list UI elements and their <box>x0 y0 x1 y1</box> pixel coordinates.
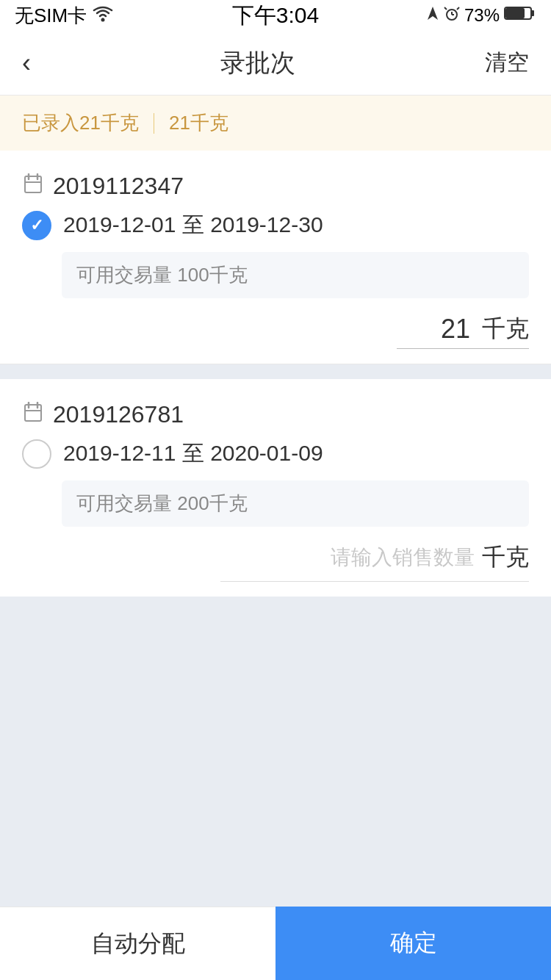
back-button[interactable]: ‹ <box>22 48 31 79</box>
batch-available-2: 可用交易量 200千克 <box>62 480 529 527</box>
batch-number-1: 2019112347 <box>53 173 184 200</box>
batch-date-row-1: 2019-12-01 至 2019-12-30 <box>22 210 529 240</box>
quantity-number-1[interactable]: 21 <box>441 314 470 345</box>
input-underline-row-2 <box>0 581 551 597</box>
alarm-icon <box>444 5 460 26</box>
batch-date-2: 2019-12-11 至 2020-01-09 <box>63 439 323 469</box>
battery-icon <box>504 5 536 26</box>
input-underline-2 <box>220 581 529 582</box>
quantity-row-1: 21 千克 <box>0 298 551 364</box>
location-icon <box>426 5 439 26</box>
quantity-input-area-1: 21 千克 <box>397 313 529 349</box>
input-unit-2: 千克 <box>482 541 529 574</box>
quantity-unit-1: 千克 <box>482 313 529 345</box>
batch-icon-2 <box>22 402 44 428</box>
batch-item-2: 2019126781 2019-12-11 至 2020-01-09 可用交易量… <box>0 379 551 527</box>
status-bar: 无SIM卡 下午3:04 73% <box>0 0 551 31</box>
battery-percent: 73% <box>464 5 500 26</box>
batch-available-1: 可用交易量 100千克 <box>62 252 529 298</box>
radio-btn-1[interactable] <box>22 211 51 240</box>
auto-distribute-button[interactable]: 自动分配 <box>0 907 276 980</box>
status-right: 73% <box>426 5 536 26</box>
amount-value: 21千克 <box>169 110 228 136</box>
quantity-underline-1 <box>397 348 529 349</box>
clear-button[interactable]: 清空 <box>485 48 529 78</box>
nav-bar: ‹ 录批次 清空 <box>0 31 551 96</box>
quantity-placeholder-2: 请输入销售数量 <box>22 544 475 572</box>
info-divider <box>154 113 154 134</box>
svg-point-0 <box>101 18 105 21</box>
batch-date-1: 2019-12-01 至 2019-12-30 <box>63 210 323 240</box>
wifi-icon <box>93 4 113 27</box>
batch-item-1: 2019112347 2019-12-01 至 2019-12-30 可用交易量… <box>0 151 551 298</box>
content-area <box>0 597 551 949</box>
confirm-button[interactable]: 确定 <box>276 907 551 980</box>
batch-header-2: 2019126781 <box>22 401 529 428</box>
status-left: 无SIM卡 <box>15 3 113 29</box>
batch-number-2: 2019126781 <box>53 401 184 428</box>
input-row-2: 请输入销售数量 千克 <box>0 527 551 581</box>
main-content: 2019112347 2019-12-01 至 2019-12-30 可用交易量… <box>0 151 551 980</box>
section-separator <box>0 364 551 379</box>
svg-rect-5 <box>531 10 534 16</box>
batch-icon-1 <box>22 173 44 199</box>
bottom-bar: 自动分配 确定 <box>0 907 551 980</box>
batch-header-1: 2019112347 <box>22 173 529 200</box>
info-bar: 已录入21千克 21千克 <box>0 96 551 151</box>
radio-btn-2[interactable] <box>22 439 51 469</box>
recorded-amount: 已录入21千克 <box>22 110 139 136</box>
carrier-text: 无SIM卡 <box>15 3 87 29</box>
svg-rect-11 <box>25 405 41 421</box>
batch-date-row-2: 2019-12-11 至 2020-01-09 <box>22 439 529 469</box>
page-title: 录批次 <box>220 46 295 80</box>
svg-rect-7 <box>25 176 41 192</box>
svg-rect-6 <box>505 8 525 18</box>
status-time: 下午3:04 <box>232 1 319 31</box>
